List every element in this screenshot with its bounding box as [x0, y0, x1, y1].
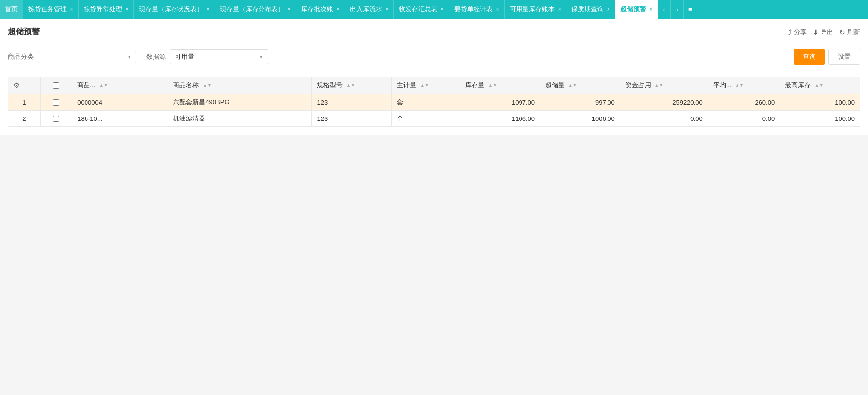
nav-arrow-menu[interactable]: ≡	[684, 0, 696, 19]
close-inout[interactable]: ×	[385, 6, 389, 13]
col-header-over: 超储量 ▲▼	[540, 77, 620, 94]
table-row: 2 186-10... 机油滤清器 123 个 1106.00 1006.00 …	[8, 111, 860, 127]
row-stock-cell: 1106.00	[460, 111, 540, 127]
row-code-cell: 186-10...	[72, 111, 168, 127]
close-collect[interactable]: ×	[440, 6, 444, 13]
row-over-cell: 1006.00	[540, 111, 620, 127]
row-over: 1006.00	[592, 115, 615, 122]
query-button[interactable]: 查询	[794, 49, 825, 65]
col-header-maxstock: 最高库存 ▲▼	[780, 77, 860, 94]
row-checkbox[interactable]	[53, 99, 59, 106]
settings-gear-icon[interactable]: ⚙	[13, 81, 20, 89]
settings-button[interactable]: 设置	[828, 49, 860, 65]
datasource-value: 可用量	[175, 52, 194, 61]
export-button[interactable]: ⬇ 导出	[813, 28, 833, 37]
row-settings-cell: 1	[8, 94, 41, 111]
refresh-button[interactable]: ↻ 刷新	[839, 28, 860, 37]
col-header-avg: 平均... ▲▼	[708, 77, 780, 94]
nav-stock-dist[interactable]: 现存量（库存分布表） ×	[215, 0, 296, 19]
row-name: 六配套新昌490BPG	[173, 98, 229, 106]
row-maxstock: 100.00	[835, 115, 855, 122]
nav-overstock[interactable]: 超储预警 ×	[615, 0, 658, 19]
datasource-select[interactable]: 可用量 ▾	[170, 49, 268, 64]
nav-task-manage[interactable]: 拣货任务管理 ×	[23, 0, 79, 19]
datasource-label: 数据源	[146, 52, 166, 61]
nav-order-stat[interactable]: 要货单统计表 ×	[449, 0, 505, 19]
nav-available[interactable]: 可用量库存账本 ×	[505, 0, 566, 19]
sort-code-icon[interactable]: ▲▼	[99, 83, 108, 88]
top-navigation: 首页 拣货任务管理 × 拣货异常处理 × 现存量（库存状况表） × 现存量（库存…	[0, 0, 868, 19]
row-unit: 套	[397, 98, 403, 106]
nav-arrow-left[interactable]: ‹	[658, 0, 671, 19]
sort-maxstock-icon[interactable]: ▲▼	[815, 83, 824, 88]
close-task-manage[interactable]: ×	[70, 6, 73, 13]
col-header-settings: ⚙	[8, 77, 41, 94]
header-actions: ⤴ 分享 ⬇ 导出 ↻ 刷新	[788, 28, 860, 37]
row-unit-cell: 个	[392, 111, 460, 127]
nav-abnormal[interactable]: 拣货异常处理 ×	[79, 0, 134, 19]
close-abnormal[interactable]: ×	[125, 6, 129, 13]
nav-quality[interactable]: 保质期查询 ×	[566, 0, 615, 19]
close-overstock[interactable]: ×	[649, 6, 652, 13]
row-name-cell: 六配套新昌490BPG	[168, 94, 312, 111]
close-order-stat[interactable]: ×	[496, 6, 499, 13]
page-header: 超储预警 ⤴ 分享 ⬇ 导出 ↻ 刷新	[8, 27, 860, 37]
row-maxstock-cell: 100.00	[780, 111, 860, 127]
select-all-checkbox[interactable]	[53, 82, 59, 89]
col-header-checkbox	[40, 77, 72, 94]
row-stock: 1106.00	[512, 115, 535, 122]
page-title: 超储预警	[8, 27, 40, 37]
nav-batch[interactable]: 库存批次账 ×	[296, 0, 345, 19]
row-avg: 260.00	[755, 99, 775, 106]
row-maxstock-cell: 100.00	[780, 94, 860, 111]
row-capital-cell: 259220.00	[620, 94, 708, 111]
export-icon: ⬇	[813, 28, 819, 36]
row-over: 997.00	[595, 99, 615, 106]
nav-arrow-right[interactable]: ›	[671, 0, 684, 19]
row-capital: 259220.00	[672, 99, 702, 106]
close-batch[interactable]: ×	[336, 6, 340, 13]
row-spec-cell: 123	[312, 94, 392, 111]
close-available[interactable]: ×	[558, 6, 561, 13]
row-spec: 123	[317, 99, 328, 106]
close-stock-status[interactable]: ×	[206, 6, 210, 13]
sort-unit-icon[interactable]: ▲▼	[420, 83, 429, 88]
sort-capital-icon[interactable]: ▲▼	[654, 83, 663, 88]
category-filter-group: 商品分类 ▾	[8, 51, 136, 63]
sort-stock-icon[interactable]: ▲▼	[488, 83, 497, 88]
col-header-stock: 库存量 ▲▼	[460, 77, 540, 94]
category-label: 商品分类	[8, 52, 34, 61]
category-select[interactable]: ▾	[38, 51, 136, 63]
page-content: 超储预警 ⤴ 分享 ⬇ 导出 ↻ 刷新 商品分类 ▾ 数据源	[0, 19, 868, 135]
nav-stock-status[interactable]: 现存量（库存状况表） ×	[134, 0, 215, 19]
close-stock-dist[interactable]: ×	[287, 6, 291, 13]
nav-home[interactable]: 首页	[0, 0, 23, 19]
sort-avg-icon[interactable]: ▲▼	[735, 83, 744, 88]
row-unit-cell: 套	[392, 94, 460, 111]
col-header-spec: 规格型号 ▲▼	[312, 77, 392, 94]
close-quality[interactable]: ×	[607, 6, 610, 13]
filter-row: 商品分类 ▾ 数据源 可用量 ▾ 查询 设置	[8, 44, 860, 70]
row-checkbox[interactable]	[53, 116, 59, 122]
table-body: 1 0000004 六配套新昌490BPG 123 套 1097.00 997.…	[8, 94, 860, 127]
sort-spec-icon[interactable]: ▲▼	[347, 83, 355, 88]
row-code: 186-10...	[77, 115, 102, 122]
row-spec: 123	[317, 115, 328, 122]
nav-collect[interactable]: 收发存汇总表 ×	[394, 0, 449, 19]
sort-name-icon[interactable]: ▲▼	[203, 83, 212, 88]
row-avg-cell: 260.00	[708, 94, 780, 111]
col-header-name: 商品名称 ▲▼	[168, 77, 312, 94]
row-spec-cell: 123	[312, 111, 392, 127]
share-button[interactable]: ⤴ 分享	[788, 28, 807, 37]
row-avg: 0.00	[762, 115, 775, 122]
row-stock: 1097.00	[512, 99, 535, 106]
sort-over-icon[interactable]: ▲▼	[568, 83, 577, 88]
share-icon: ⤴	[788, 28, 792, 36]
nav-inout[interactable]: 出入库流水 ×	[345, 0, 394, 19]
row-number: 2	[22, 115, 26, 122]
row-over-cell: 997.00	[540, 94, 620, 111]
col-header-capital: 资金占用 ▲▼	[620, 77, 708, 94]
datasource-chevron-icon: ▾	[260, 54, 263, 60]
row-name: 机油滤清器	[173, 115, 205, 122]
col-header-unit: 主计量 ▲▼	[392, 77, 460, 94]
